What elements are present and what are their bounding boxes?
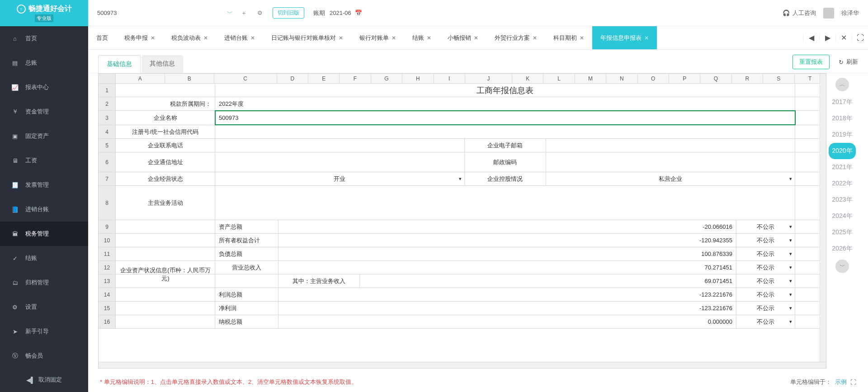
row-header-11[interactable]: 11 <box>99 247 116 260</box>
tab-4[interactable]: 日记账与银行对账单核对✕ <box>263 26 351 49</box>
sidebar-item-book[interactable]: 📘进销台账 <box>0 197 88 222</box>
col-C[interactable]: C <box>214 74 277 83</box>
col-A[interactable]: A <box>116 74 165 83</box>
year-2018年[interactable]: 2018年 <box>829 110 856 127</box>
row-header-3[interactable]: 3 <box>99 111 116 125</box>
tab-prev-button[interactable]: ◀ <box>803 33 819 42</box>
sidebar-item-ledger[interactable]: ▤总账 <box>0 51 88 75</box>
tab-10[interactable]: 年报信息申报表✕ <box>592 26 657 49</box>
period-value[interactable]: 2021-06 <box>330 9 351 16</box>
publish-select-13[interactable]: 不公示 <box>736 274 795 288</box>
sidebar-item-money[interactable]: ￥资金管理 <box>0 99 88 124</box>
company-selector[interactable]: 500973 ﹀ <box>97 9 233 17</box>
year-2023年[interactable]: 2023年 <box>829 192 856 208</box>
sidebar-item-gear[interactable]: ⚙设置 <box>0 295 88 319</box>
tab-close-button[interactable]: ✕ <box>835 33 852 42</box>
tab-7[interactable]: 小畅报销✕ <box>439 26 486 49</box>
close-icon[interactable]: ✕ <box>533 35 537 41</box>
value-cell-15[interactable]: -123.221676 <box>278 302 736 315</box>
close-icon[interactable]: ✕ <box>644 35 649 41</box>
avatar[interactable] <box>823 8 834 19</box>
col-M[interactable]: M <box>575 74 606 83</box>
sidebar-item-invoice[interactable]: 🧾发票管理 <box>0 173 88 197</box>
business-status-select[interactable]: 开业 <box>215 172 465 185</box>
value-cell-16[interactable]: 0.000000 <box>278 315 736 328</box>
support-link[interactable]: 🎧 人工咨询 <box>783 9 816 17</box>
tab-2[interactable]: 税负波动表✕ <box>163 26 216 49</box>
year-2020年[interactable]: 2020年 <box>829 143 856 159</box>
year-2025年[interactable]: 2025年 <box>829 224 856 241</box>
col-E[interactable]: E <box>308 74 340 83</box>
col-J[interactable]: J <box>465 74 512 83</box>
example-link[interactable]: 示例 <box>835 378 847 386</box>
select-all-cell[interactable] <box>99 74 116 83</box>
close-icon[interactable]: ✕ <box>250 35 255 41</box>
sidebar-item-tax[interactable]: 🏛税务管理 <box>0 222 88 246</box>
year-up-button[interactable]: ︿ <box>835 78 849 91</box>
calendar-icon[interactable]: 📅 <box>355 9 362 16</box>
row-header-2[interactable]: 2 <box>99 97 116 110</box>
col-O[interactable]: O <box>638 74 669 83</box>
holding-select[interactable]: 私营企业 <box>546 172 796 185</box>
year-2019年[interactable]: 2019年 <box>829 127 856 143</box>
sidebar-item-guide[interactable]: ➤新手引导 <box>0 319 88 344</box>
row-header-13[interactable]: 13 <box>99 274 116 288</box>
col-H[interactable]: H <box>402 74 434 83</box>
close-icon[interactable]: ✕ <box>474 35 478 41</box>
value-cell-10[interactable]: -120.942355 <box>278 234 736 247</box>
horizontal-scrollbar[interactable] <box>99 362 826 368</box>
col-F[interactable]: F <box>340 74 371 83</box>
gear-icon[interactable]: ⚙ <box>255 8 265 19</box>
subtab-0[interactable]: 基础信息 <box>98 55 141 73</box>
row-header-6[interactable]: 6 <box>99 152 116 172</box>
publish-select-14[interactable]: 不公示 <box>736 288 795 301</box>
fullscreen-icon[interactable]: ⛶ <box>852 34 868 42</box>
col-L[interactable]: L <box>543 74 575 83</box>
col-S[interactable]: S <box>763 74 794 83</box>
sidebar-item-archive[interactable]: 🗂归档管理 <box>0 270 88 295</box>
sidebar-item-asset[interactable]: ▣固定资产 <box>0 124 88 148</box>
year-2021年[interactable]: 2021年 <box>829 159 856 175</box>
year-2024年[interactable]: 2024年 <box>829 208 856 224</box>
sidebar-item-close-acc[interactable]: ✓结账 <box>0 246 88 270</box>
sidebar-item-salary[interactable]: 🖥工资 <box>0 148 88 173</box>
publish-select-16[interactable]: 不公示 <box>736 315 795 328</box>
close-icon[interactable]: ✕ <box>427 35 431 41</box>
tab-9[interactable]: 科目期初✕ <box>545 26 592 49</box>
publish-select-12[interactable]: 不公示 <box>736 261 795 274</box>
value-cell-11[interactable]: 100.876339 <box>278 247 736 260</box>
year-2017年[interactable]: 2017年 <box>829 94 856 110</box>
col-P[interactable]: P <box>669 74 700 83</box>
vertical-scrollbar[interactable] <box>820 74 826 362</box>
close-icon[interactable]: ✕ <box>339 35 343 41</box>
publish-select-10[interactable]: 不公示 <box>736 234 795 247</box>
row-header-15[interactable]: 15 <box>99 302 116 315</box>
subtab-1[interactable]: 其他信息 <box>142 55 183 73</box>
value-cell-14[interactable]: -123.221676 <box>278 288 736 301</box>
col-Q[interactable]: Q <box>700 74 731 83</box>
tab-1[interactable]: 税务申报✕ <box>116 26 163 49</box>
row-header-7[interactable]: 7 <box>99 172 116 185</box>
col-I[interactable]: I <box>434 74 465 83</box>
row-header-10[interactable]: 10 <box>99 234 116 247</box>
col-R[interactable]: R <box>732 74 763 83</box>
publish-select-9[interactable]: 不公示 <box>736 220 795 233</box>
tab-6[interactable]: 结账✕ <box>404 26 439 49</box>
sheet-title[interactable]: 工商年报信息表 <box>215 84 795 97</box>
old-version-button[interactable]: 切到旧版 <box>273 7 304 19</box>
close-icon[interactable]: ✕ <box>203 35 208 41</box>
publish-select-15[interactable]: 不公示 <box>736 302 795 315</box>
year-down-button[interactable]: ﹀ <box>835 260 849 273</box>
sidebar-item-home[interactable]: ⌂首页 <box>0 26 88 51</box>
spreadsheet[interactable]: ABCDEFGHIJKLMNOPQRST 1工商年报信息表2税款所属期间：202… <box>98 73 826 368</box>
add-icon[interactable]: ＋ <box>238 8 249 19</box>
tab-8[interactable]: 外贸行业方案✕ <box>486 26 545 49</box>
row-header-4[interactable]: 4 <box>99 125 116 138</box>
col-B[interactable]: B <box>165 74 214 83</box>
row-header-9[interactable]: 9 <box>99 220 116 233</box>
row-header-16[interactable]: 16 <box>99 315 116 328</box>
reset-report-button[interactable]: 重置报表 <box>793 55 830 69</box>
close-icon[interactable]: ✕ <box>151 35 155 41</box>
row-header-5[interactable]: 5 <box>99 139 116 152</box>
close-icon[interactable]: ✕ <box>392 35 396 41</box>
